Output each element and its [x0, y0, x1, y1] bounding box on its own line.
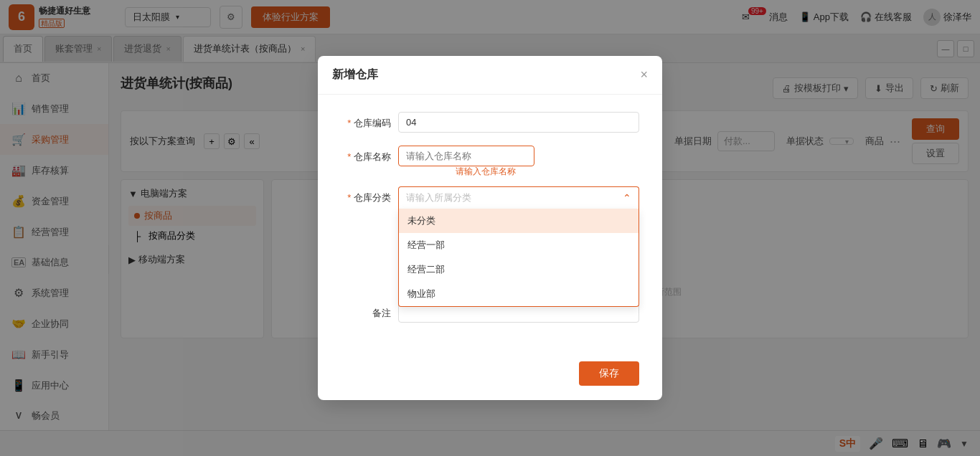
name-label: * 仓库名称 — [341, 146, 398, 163]
modal-close-button[interactable]: × — [640, 67, 648, 82]
dropdown-item-dept3[interactable]: 物业部 — [399, 282, 639, 306]
category-dropdown: 未分类 经营一部 经营二部 物业部 — [398, 209, 639, 307]
category-label: * 仓库分类 — [341, 186, 398, 204]
category-select[interactable]: 请输入所属分类 ⌃ — [398, 186, 639, 209]
add-warehouse-modal: 新增仓库 × * 仓库编码 * 仓库名称 请输入仓库名称 — [318, 56, 662, 400]
dropdown-item-dept2[interactable]: 经营二部 — [399, 257, 639, 282]
name-error-message: 请输入仓库名称 — [456, 166, 516, 178]
form-row-name: * 仓库名称 请输入仓库名称 — [341, 146, 639, 166]
save-button[interactable]: 保存 — [579, 361, 639, 386]
chevron-up-icon: ⌃ — [623, 192, 631, 204]
notes-label: 备注 — [341, 302, 398, 320]
code-input[interactable] — [398, 112, 639, 133]
dropdown-item-uncategorized[interactable]: 未分类 — [399, 209, 639, 233]
form-row-code: * 仓库编码 — [341, 112, 639, 133]
modal-body: * 仓库编码 * 仓库名称 请输入仓库名称 * — [318, 95, 662, 353]
code-label: * 仓库编码 — [341, 112, 398, 130]
modal-footer: 保存 — [318, 353, 662, 400]
modal-header: 新增仓库 × — [318, 56, 662, 95]
name-input[interactable] — [398, 146, 534, 166]
dropdown-item-dept1[interactable]: 经营一部 — [399, 233, 639, 257]
modal-title: 新增仓库 — [332, 67, 378, 82]
form-row-category: * 仓库分类 请输入所属分类 ⌃ 未分类 经营一部 经营二部 物业部 — [341, 186, 639, 209]
modal-overlay: 新增仓库 × * 仓库编码 * 仓库名称 请输入仓库名称 — [0, 0, 980, 456]
